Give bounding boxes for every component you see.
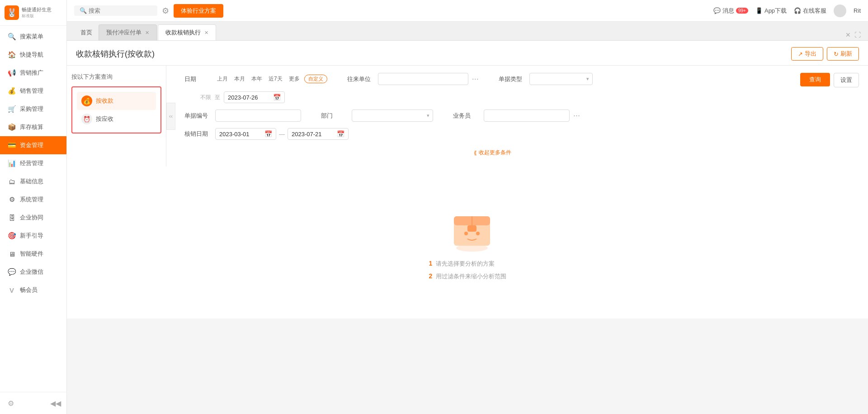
query-button[interactable]: 查询 <box>800 73 830 86</box>
sidebar-item-marketing[interactable]: 📢 营销推广 <box>0 64 66 82</box>
refresh-button[interactable]: ↻ 刷新 <box>827 47 859 61</box>
user-avatar[interactable] <box>834 5 846 17</box>
app-logo-icon: 🐰 <box>5 5 19 20</box>
date-start-calendar-icon[interactable]: 📅 <box>273 94 281 101</box>
sidebar-item-basic[interactable]: 🗂 基础信息 <box>0 172 66 190</box>
collapse-more-btn[interactable]: ⟪ 收起更多条件 <box>184 146 800 159</box>
online-service-button[interactable]: 🎧 在线客服 <box>794 7 826 15</box>
filter-field-dept: 部门 ▾ <box>321 109 433 122</box>
topbar-gear-icon[interactable]: ⚙ <box>162 6 169 16</box>
online-service-label: 在线客服 <box>803 7 826 15</box>
verify-date-end-wrap[interactable]: 📅 <box>288 128 349 140</box>
staff-input[interactable] <box>484 109 570 122</box>
inventory-icon: 📦 <box>7 123 16 132</box>
sidebar-item-quicknav[interactable]: 🏠 快捷导航 <box>0 46 66 64</box>
tab-home[interactable]: 首页 <box>74 25 99 40</box>
search-icon: 🔍 <box>7 32 16 41</box>
filter-field-doc-type: 单据类型 ▾ <box>499 73 593 85</box>
staff-label: 业务员 <box>453 112 480 120</box>
sidebar-item-inventory[interactable]: 📦 库存核算 <box>0 118 66 136</box>
verify-date-end-calendar-icon[interactable]: 📅 <box>337 130 344 138</box>
main-area: 🔍 ⚙ 体验行业方案 💬 消息 99+ 📱 App下载 🎧 在线客服 Rit <box>67 0 868 414</box>
message-button[interactable]: 💬 消息 99+ <box>713 7 748 15</box>
refresh-icon: ↻ <box>834 51 839 57</box>
sidebar-item-sales[interactable]: 💰 销售管理 <box>0 82 66 100</box>
tab-prepay-close-icon[interactable]: ✕ <box>145 30 149 36</box>
empty-hint2: 2 用过滤条件来缩小分析范围 <box>429 270 506 282</box>
app-badge: 标准版 <box>22 13 52 19</box>
sidebar-item-purchase[interactable]: 🛒 采购管理 <box>0 100 66 118</box>
date-start-wrap[interactable]: 📅 <box>224 91 285 103</box>
refresh-label: 刷新 <box>840 50 852 58</box>
empty-num2: 2 <box>429 272 432 280</box>
sidebar-item-guide[interactable]: 🎯 新手引导 <box>0 227 66 245</box>
tab-receipt[interactable]: 收款核销执行 ✕ <box>158 24 216 40</box>
tab-expand-icon[interactable]: ⛶ <box>854 31 861 38</box>
settings-button[interactable]: 设置 <box>834 73 859 87</box>
svg-point-6 <box>476 232 480 235</box>
date-shortcut-this-month[interactable]: 本月 <box>232 74 247 84</box>
content-area: 收款核销执行(按收款) ↗ 导出 ↻ 刷新 按以下方案查询 💰 <box>67 41 868 414</box>
export-button[interactable]: ↗ 导出 <box>791 47 823 61</box>
staff-ellipsis[interactable]: ··· <box>573 111 580 120</box>
sidebar-item-member[interactable]: V 畅会员 <box>0 281 66 299</box>
home-icon: 🏠 <box>7 50 16 59</box>
empty-illustration <box>445 203 499 252</box>
date-shortcut-custom[interactable]: 自定义 <box>304 75 327 83</box>
sidebar-settings-icon[interactable]: ⚙ <box>5 397 17 409</box>
sidebar-item-system[interactable]: ⚙ 系统管理 <box>0 190 66 209</box>
app-download-label: App下载 <box>764 7 787 15</box>
filter-option-by-receivable[interactable]: ⏰ 按应收 <box>77 110 156 128</box>
trading-partner-label: 往来单位 <box>347 75 374 83</box>
topbar-search-input[interactable] <box>89 7 152 14</box>
tab-receipt-close-icon[interactable]: ✕ <box>204 30 208 36</box>
sidebar-item-wechat[interactable]: 💬 企业微信 <box>0 263 66 281</box>
sidebar-item-enterprise[interactable]: 🗄 企业协同 <box>0 209 66 227</box>
filter-row-date-range: 不限 至 📅 <box>200 91 800 103</box>
by-receivable-icon: ⏰ <box>81 114 92 124</box>
date-shortcut-last-month[interactable]: 上月 <box>215 74 230 84</box>
by-receipt-label: 按收款 <box>96 97 113 105</box>
date-shortcut-this-year[interactable]: 本年 <box>250 74 264 84</box>
date-shortcut-more[interactable]: 更多 <box>287 74 302 84</box>
trading-partner-input[interactable] <box>378 73 468 85</box>
sidebar-item-finance[interactable]: 💳 资金管理 <box>0 136 66 154</box>
enterprise-icon: 🗄 <box>7 213 16 222</box>
trading-partner-ellipsis[interactable]: ··· <box>472 74 479 84</box>
sidebar-collapse-icon[interactable]: ◀◀ <box>49 397 62 409</box>
solution-button[interactable]: 体验行业方案 <box>174 4 223 18</box>
empty-text: 1 请先选择要分析的方案 2 用过滤条件来缩小分析范围 <box>429 257 506 282</box>
verify-date-end-input[interactable] <box>292 131 337 138</box>
filter-area: 按以下方案查询 💰 按收款 ⏰ 按应收 ‹‹ <box>67 66 868 167</box>
filter-field-date: 日期 上月 本月 本年 近7天 更多 自定义 <box>184 74 327 84</box>
sidebar-nav: 🔍 搜索菜单 🏠 快捷导航 📢 营销推广 💰 销售管理 🛒 采购管理 📦 库存核… <box>0 26 66 392</box>
filter-field-staff: 业务员 ··· <box>453 109 580 122</box>
sidebar-item-wechat-label: 企业微信 <box>20 268 43 276</box>
tab-close-all-icon[interactable]: ✕ <box>845 31 851 38</box>
username-label: Rit <box>854 7 861 14</box>
dept-select[interactable] <box>352 109 433 122</box>
sidebar-item-operation-label: 经营管理 <box>20 159 43 167</box>
empty-num1: 1 <box>429 260 432 267</box>
sidebar-item-search[interactable]: 🔍 搜索菜单 <box>0 28 66 46</box>
topbar-left: 🔍 ⚙ 体验行业方案 <box>74 4 223 18</box>
doc-type-select[interactable] <box>529 73 593 85</box>
date-start-input[interactable] <box>228 94 273 101</box>
topbar-search-icon: 🔍 <box>80 7 87 14</box>
filter-actions: 查询 设置 <box>800 73 859 87</box>
sidebar-item-operation[interactable]: 📊 经营管理 <box>0 154 66 172</box>
sidebar-item-marketing-label: 营销推广 <box>20 69 43 77</box>
app-download-button[interactable]: 📱 App下载 <box>755 7 787 15</box>
doc-no-input[interactable] <box>215 109 301 122</box>
verify-date-start-wrap[interactable]: 📅 <box>215 128 276 140</box>
filter-option-by-receipt[interactable]: 💰 按收款 <box>77 92 156 110</box>
export-icon: ↗ <box>798 51 803 57</box>
dept-label: 部门 <box>321 112 348 120</box>
topbar-search-area[interactable]: 🔍 <box>74 5 157 16</box>
tab-prepay[interactable]: 预付冲应付单 ✕ <box>99 24 157 40</box>
verify-date-start-calendar-icon[interactable]: 📅 <box>264 130 272 138</box>
verify-date-start-input[interactable] <box>219 131 264 138</box>
filter-sidebar-collapse-btn[interactable]: ‹‹ <box>166 103 175 130</box>
sidebar-item-hardware[interactable]: 🖥 智能硬件 <box>0 245 66 263</box>
date-shortcut-7days[interactable]: 近7天 <box>267 74 284 84</box>
